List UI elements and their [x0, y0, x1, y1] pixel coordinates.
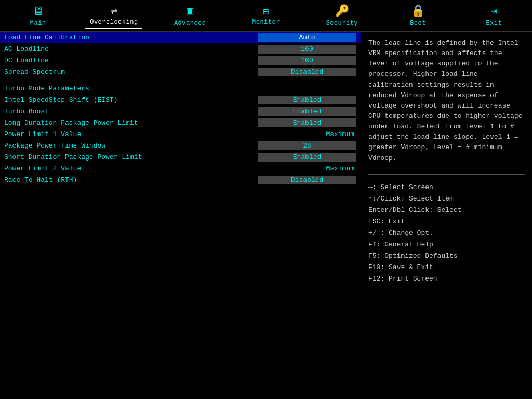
setting-name-short-duration: Short Duration Package Power Limit — [4, 153, 254, 161]
content-area: Load Line Calibration Auto AC Loadline 1… — [0, 32, 532, 374]
help-f10: F10: Save & Exit — [368, 262, 525, 273]
value-wrap-pkg-time: 28 — [254, 141, 356, 150]
help-select-item: ↑↓/Click: Select Item — [368, 193, 525, 205]
setting-value-short-duration: Enabled — [258, 153, 356, 162]
setting-value-dc-loadline: 160 — [258, 56, 356, 65]
setting-value-speedstep: Enabled — [258, 96, 356, 104]
nav-exit[interactable]: ⇥ Exit — [466, 4, 523, 29]
setting-value-turbo-boost: Enabled — [258, 107, 356, 116]
setting-value-race-to-halt: Disabled — [258, 176, 356, 184]
main-icon: 🖥 — [32, 6, 44, 18]
help-f1: F1: General Help — [368, 239, 525, 250]
main-label: Main — [30, 20, 46, 27]
overclocking-icon: ⇌ — [111, 6, 117, 17]
help-select-screen: ↔: Select Screen — [368, 182, 525, 193]
help-change-opt: +/-: Change Opt. — [368, 228, 525, 239]
row-intel-speedstep[interactable]: Intel SpeedStep Shift (EIST) Enabled — [0, 94, 361, 105]
value-wrap-load-line: Auto — [254, 33, 356, 42]
value-wrap-spread: Disabled — [254, 68, 356, 76]
row-turbo-boost[interactable]: Turbo Boost Enabled — [0, 105, 361, 117]
row-ac-loadline[interactable]: AC Loadline 160 — [0, 43, 361, 55]
row-spread-spectrum[interactable]: Spread Spectrum Disabled — [0, 66, 361, 77]
value-wrap-short-duration: Enabled — [254, 153, 356, 162]
value-wrap-dc: 160 — [254, 56, 356, 65]
value-wrap-turbo-boost: Enabled — [254, 107, 356, 116]
setting-value-power-limit-2: Maximum — [258, 165, 356, 172]
value-wrap-rth: Disabled — [254, 176, 356, 184]
top-nav: 🖥 Main ⇌ Overclocking ▣ Advanced ⊟ Monit… — [0, 0, 532, 32]
boot-label: Boot — [410, 20, 426, 27]
setting-value-load-line: Auto — [258, 33, 356, 42]
security-icon: 🔑 — [335, 6, 349, 18]
value-wrap-pl1: Maximum — [254, 130, 356, 138]
nav-monitor[interactable]: ⊟ Monitor — [237, 5, 295, 28]
setting-name-turbo-boost: Turbo Boost — [4, 108, 254, 115]
setting-name-race-to-halt: Race To Halt (RTH) — [4, 176, 254, 184]
info-divider — [368, 174, 525, 175]
setting-value-spread-spectrum: Disabled — [258, 68, 356, 76]
setting-name-dc-loadline: DC Loadline — [4, 57, 254, 64]
exit-icon: ⇥ — [490, 6, 497, 18]
advanced-icon: ▣ — [187, 6, 193, 18]
info-panel: The load-line is defined by the Intel VR… — [361, 32, 532, 374]
help-esc: ESC: Exit — [368, 216, 525, 228]
monitor-icon: ⊟ — [263, 7, 269, 17]
help-f5: F5: Optimized Defaults — [368, 250, 525, 262]
setting-name-turbo-mode: Turbo Mode Parameters — [4, 85, 254, 92]
setting-name-ac-loadline: AC Loadline — [4, 45, 254, 53]
setting-value-pkg-time: 28 — [258, 141, 356, 150]
setting-name-long-duration: Long Duration Package Power Limit — [4, 119, 254, 127]
row-dc-loadline[interactable]: DC Loadline 160 — [0, 55, 361, 66]
boot-icon: 🔒 — [411, 6, 425, 18]
setting-value-long-duration: Enabled — [258, 118, 356, 127]
empty-row-1 — [0, 77, 361, 83]
value-wrap-speedstep: Enabled — [254, 96, 356, 104]
row-short-duration[interactable]: Short Duration Package Power Limit Enabl… — [0, 151, 361, 163]
security-label: Security — [326, 20, 358, 27]
setting-name-spread-spectrum: Spread Spectrum — [4, 68, 254, 76]
nav-advanced[interactable]: ▣ Advanced — [162, 4, 219, 29]
row-package-power-time[interactable]: Package Power Time Window 28 — [0, 140, 361, 151]
value-wrap-ac: 160 — [254, 45, 356, 54]
setting-name-load-line: Load Line Calibration — [4, 34, 254, 42]
setting-name-speedstep: Intel SpeedStep Shift (EIST) — [4, 96, 254, 104]
nav-overclocking[interactable]: ⇌ Overclocking — [85, 4, 142, 29]
info-description: The load-line is defined by the Intel VR… — [368, 38, 525, 164]
value-wrap-long-duration: Enabled — [254, 118, 356, 127]
help-enter: Enter/Dbl Click: Select — [368, 205, 525, 216]
setting-name-power-limit-1: Power Limit 1 Value — [4, 130, 254, 138]
key-help: ↔: Select Screen ↑↓/Click: Select Item E… — [368, 182, 525, 285]
nav-boot[interactable]: 🔒 Boot — [390, 4, 447, 29]
setting-value-ac-loadline: 160 — [258, 45, 356, 54]
row-load-line-calibration[interactable]: Load Line Calibration Auto — [0, 32, 361, 43]
exit-label: Exit — [486, 20, 502, 27]
nav-main[interactable]: 🖥 Main — [9, 4, 66, 29]
overclocking-label: Overclocking — [90, 19, 138, 26]
monitor-label: Monitor — [252, 19, 280, 26]
row-turbo-mode-params: Turbo Mode Parameters — [0, 83, 361, 94]
setting-name-power-limit-2: Power Limit 2 Value — [4, 165, 254, 172]
nav-security[interactable]: 🔑 Security — [313, 4, 370, 29]
setting-value-power-limit-1: Maximum — [258, 130, 356, 138]
settings-panel: Load Line Calibration Auto AC Loadline 1… — [0, 32, 361, 374]
value-wrap-pl2: Maximum — [254, 165, 356, 172]
help-f12: F12: Print Screen — [368, 273, 525, 285]
row-long-duration[interactable]: Long Duration Package Power Limit Enable… — [0, 117, 361, 128]
setting-name-pkg-time: Package Power Time Window — [4, 142, 254, 150]
row-power-limit-1: Power Limit 1 Value Maximum — [0, 128, 361, 140]
row-race-to-halt[interactable]: Race To Halt (RTH) Disabled — [0, 174, 361, 185]
advanced-label: Advanced — [174, 20, 206, 27]
row-power-limit-2: Power Limit 2 Value Maximum — [0, 163, 361, 174]
